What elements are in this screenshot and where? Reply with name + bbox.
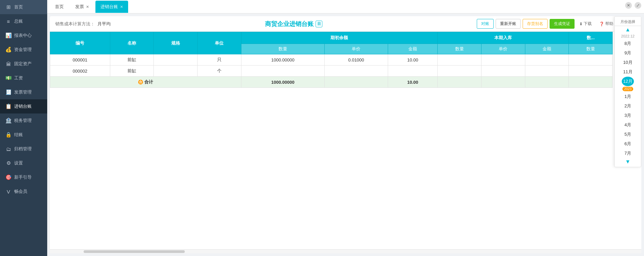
scroll-thumb[interactable] <box>84 250 185 253</box>
reopen-button[interactable]: 重新开账 <box>496 19 521 29</box>
ledger-icon: ≡ <box>5 19 11 24</box>
fund-icon: 💰 <box>5 47 11 53</box>
total-out <box>569 77 613 88</box>
generate-voucher-button[interactable]: 生成凭证 <box>550 19 575 29</box>
cell-name: 前缸 <box>110 66 154 77</box>
sidebar-item-label: 固定资产 <box>14 61 32 67</box>
cell-in-qty <box>438 54 481 66</box>
download-icon: ⬇ <box>579 22 583 26</box>
cell-in-amount <box>525 54 569 66</box>
inventory-table: 编号 名称 规格 单位 期初余额 本期入库 数... 数量 单价 金额 数量 单… <box>50 32 613 88</box>
sidebar-item-home[interactable]: ⊞ 首页 <box>0 0 47 14</box>
title-bookmark-icon[interactable]: 目 <box>316 21 322 27</box>
month-12[interactable]: 12月 <box>622 77 634 86</box>
sidebar-item-label: 总账 <box>14 18 23 24</box>
table-wrap: 编号 名称 规格 单位 期初余额 本期入库 数... 数量 单价 金额 数量 单… <box>50 32 641 249</box>
total-in-price <box>481 77 525 88</box>
main-area: 首页 发票 ✕ 进销台账 ✕ ✕ ⤢ 销售成本计算方法： 月平均 商贸企业进销台… <box>47 0 644 256</box>
col-sub-qty: 数量 <box>569 44 613 54</box>
report-icon: 📊 <box>5 32 11 39</box>
scroll-bar-area[interactable] <box>50 249 641 253</box>
window-maximize-button[interactable]: ⤢ <box>635 2 641 9</box>
sidebar-item-inventory[interactable]: 📋 进销台账 <box>0 99 47 113</box>
tab-inventory[interactable]: 进销台账 ✕ <box>95 1 128 13</box>
col-current-in-amount: 金额 <box>525 44 569 54</box>
help-icon: ❓ <box>599 22 604 26</box>
col-opening-balance: 期初余额 <box>241 32 438 44</box>
sidebar-item-label: 税务管理 <box>14 118 32 124</box>
cell-in-price <box>481 66 525 77</box>
sidebar-item-fixed-assets[interactable]: 🏛 固定资产 <box>0 57 47 71</box>
sidebar-item-label: 资金管理 <box>14 47 32 53</box>
reconcile-button[interactable]: 对账 <box>477 19 494 29</box>
page-title: 商贸企业进销台账 目 <box>113 20 474 28</box>
sidebar-item-archive[interactable]: 🗂 归档管理 <box>0 142 47 156</box>
month-1[interactable]: 1月 <box>615 92 641 101</box>
closing-icon: 🔒 <box>5 132 11 138</box>
month-2[interactable]: 2月 <box>615 101 641 111</box>
archive-icon: 🗂 <box>5 146 11 152</box>
cell-unit: 只 <box>197 54 241 66</box>
tab-invoice[interactable]: 发票 ✕ <box>70 1 94 13</box>
cost-method-label: 销售成本计算方法： <box>55 21 95 27</box>
inventory-icon: 📋 <box>5 103 11 109</box>
sidebar-item-guide[interactable]: 🎯 新手引导 <box>0 170 47 184</box>
month-4[interactable]: 4月 <box>615 120 641 130</box>
cost-method-value: 月平均 <box>97 21 111 27</box>
month-11[interactable]: 11月 <box>615 67 641 77</box>
sidebar-item-label: 工资 <box>14 75 23 81</box>
total-row: 合 合计 1000.00000 10.00 <box>50 77 613 88</box>
guide-icon: 🎯 <box>5 174 11 180</box>
content-header: 销售成本计算方法： 月平均 商贸企业进销台账 目 对账 重新开账 存货别名 <box>50 16 641 32</box>
cell-spec <box>154 54 198 66</box>
sidebar-item-payroll[interactable]: 💵 工资 <box>0 71 47 85</box>
month-5[interactable]: 5月 <box>615 130 641 139</box>
month-6[interactable]: 6月 <box>615 139 641 149</box>
month-down-button[interactable]: ▼ <box>615 158 641 165</box>
sidebar-item-report-center[interactable]: 📊 报表中心 <box>0 28 47 43</box>
month-8[interactable]: 8月 <box>615 39 641 48</box>
col-current-in-qty: 数量 <box>438 44 481 54</box>
help-button[interactable]: ❓ 帮助 <box>596 20 616 28</box>
sidebar-item-label: 首页 <box>14 4 23 10</box>
assets-icon: 🏛 <box>5 61 11 67</box>
window-close-button[interactable]: ✕ <box>625 2 632 9</box>
cell-in-amount <box>525 66 569 77</box>
tab-invoice-close[interactable]: ✕ <box>86 5 89 9</box>
cell-name: 前缸 <box>110 54 154 66</box>
invoice-icon: 🧾 <box>5 89 11 95</box>
save-as-button[interactable]: 存货别名 <box>523 19 548 29</box>
cell-opening-price <box>325 66 388 77</box>
col-current-in-price: 单价 <box>481 44 525 54</box>
sidebar-item-general-ledger[interactable]: ≡ 总账 <box>0 14 47 28</box>
cell-out <box>569 66 613 77</box>
col-spec: 规格 <box>154 32 198 54</box>
sidebar-item-label: 新手引导 <box>14 174 32 180</box>
table-row: 000002 前缸 个 <box>50 66 613 77</box>
month-9[interactable]: 9月 <box>615 48 641 58</box>
sidebar-item-label: 畅会员 <box>14 188 27 195</box>
tab-inventory-close[interactable]: ✕ <box>120 5 123 9</box>
month-7[interactable]: 7月 <box>615 149 641 158</box>
cell-out <box>569 54 613 66</box>
content-area: 销售成本计算方法： 月平均 商贸企业进销台账 目 对账 重新开账 存货别名 <box>50 16 641 253</box>
total-in-qty <box>438 77 481 88</box>
download-button[interactable]: ⬇ 下载 <box>577 20 594 28</box>
sidebar-item-label: 归档管理 <box>14 146 32 152</box>
cell-spec <box>154 66 198 77</box>
total-opening-qty: 1000.00000 <box>241 77 324 88</box>
sidebar-item-tax-management[interactable]: 🏦 税务管理 <box>0 113 47 128</box>
sidebar-item-label: 进销台账 <box>14 103 32 109</box>
sidebar-item-vip[interactable]: V 畅会员 <box>0 184 47 199</box>
tax-icon: 🏦 <box>5 118 11 124</box>
month-10[interactable]: 10月 <box>615 58 641 67</box>
sidebar-item-invoice-management[interactable]: 🧾 发票管理 <box>0 85 47 99</box>
tab-home[interactable]: 首页 <box>50 1 69 13</box>
month-panel: 月份选择 ▲ 2022.12 8月 9月 10月 11月 12月 2023 1月… <box>614 16 641 167</box>
month-up-button[interactable]: ▲ <box>615 26 641 33</box>
sidebar-item-label: 发票管理 <box>14 89 32 95</box>
month-3[interactable]: 3月 <box>615 111 641 120</box>
sidebar-item-settings[interactable]: ⚙ 设置 <box>0 156 47 170</box>
sidebar-item-closing[interactable]: 🔒 结账 <box>0 128 47 142</box>
sidebar-item-fund-management[interactable]: 💰 资金管理 <box>0 43 47 57</box>
